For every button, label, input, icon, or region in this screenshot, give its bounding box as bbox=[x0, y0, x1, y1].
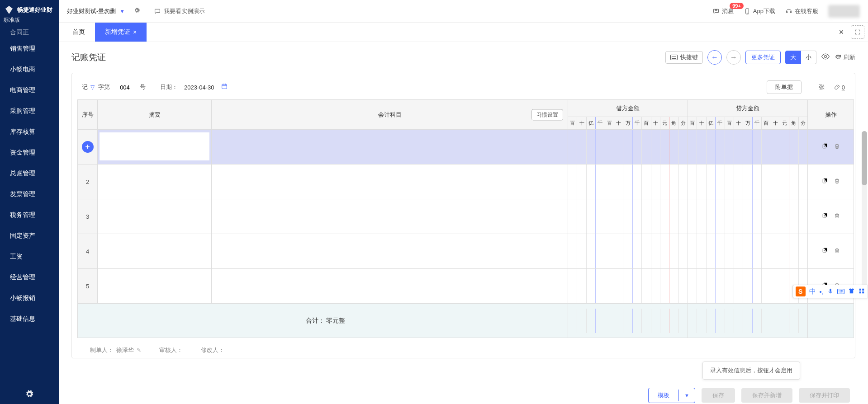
delete-row-icon[interactable] bbox=[834, 178, 840, 186]
credit-cell[interactable] bbox=[688, 234, 808, 269]
refresh-button[interactable]: 刷新 bbox=[835, 53, 855, 61]
delete-row-icon[interactable] bbox=[834, 248, 840, 255]
tab-new-voucher[interactable]: 新增凭证 × bbox=[95, 23, 147, 42]
nav-item-funds[interactable]: 资金管理 bbox=[0, 142, 59, 163]
size-large-button[interactable]: 大 bbox=[785, 51, 801, 64]
org-settings-icon[interactable] bbox=[133, 7, 140, 15]
habit-settings-button[interactable]: 习惯设置 bbox=[531, 109, 563, 120]
nav-item-partial[interactable]: 合同正 bbox=[0, 27, 59, 38]
debit-cell[interactable] bbox=[568, 199, 688, 234]
next-voucher-button[interactable]: → bbox=[726, 50, 741, 65]
nav-item-xiaochang-ec[interactable]: 小畅电商 bbox=[0, 59, 59, 80]
nav-item-purchase[interactable]: 采购管理 bbox=[0, 101, 59, 122]
ime-toolbar[interactable]: S 中 •, bbox=[792, 285, 868, 298]
nav-item-gl[interactable]: 总账管理 bbox=[0, 163, 59, 184]
summary-cell[interactable] bbox=[98, 234, 212, 269]
account-cell[interactable] bbox=[212, 269, 568, 304]
account-cell[interactable] bbox=[212, 199, 568, 234]
credit-cell[interactable] bbox=[688, 164, 808, 199]
add-row-button[interactable]: + bbox=[82, 141, 94, 153]
table-row[interactable]: 2 bbox=[78, 164, 854, 199]
copy-row-icon[interactable] bbox=[821, 143, 828, 151]
debit-cell[interactable] bbox=[568, 269, 688, 304]
account-cell[interactable] bbox=[212, 234, 568, 269]
app-download-button[interactable]: App下载 bbox=[744, 7, 775, 15]
fullscreen-button[interactable] bbox=[851, 25, 864, 39]
nav-item-salary[interactable]: 工资 bbox=[0, 246, 59, 267]
table-row[interactable]: 4 bbox=[78, 234, 854, 269]
voucher-type-select[interactable]: 记 ▽ bbox=[82, 83, 95, 91]
nav-item-operation[interactable]: 经营管理 bbox=[0, 267, 59, 288]
account-cell[interactable] bbox=[212, 164, 568, 199]
total-label: 合计： bbox=[306, 317, 325, 324]
date-value[interactable]: 2023-04-30 bbox=[184, 84, 214, 91]
nav-item-ecommerce[interactable]: 电商管理 bbox=[0, 80, 59, 101]
chevron-down-icon[interactable]: ▼ bbox=[678, 390, 695, 401]
sidebar-settings-button[interactable] bbox=[0, 386, 59, 404]
org-select[interactable]: 好业财测试-量勿删 ▼ bbox=[67, 7, 125, 15]
nav-item-invoice[interactable]: 发票管理 bbox=[0, 184, 59, 205]
attach-button[interactable]: 附单据 bbox=[767, 80, 802, 94]
seq-cell: 2 bbox=[78, 164, 98, 199]
bottom-bar: 模板 ▼ 保存 保存并新增 保存并打印 bbox=[630, 388, 868, 403]
calendar-icon[interactable] bbox=[221, 83, 228, 92]
summary-cell[interactable] bbox=[98, 130, 212, 164]
view-toggle-button[interactable] bbox=[821, 52, 830, 63]
summary-cell[interactable] bbox=[98, 164, 212, 199]
ime-s-icon[interactable]: S bbox=[796, 287, 806, 296]
ime-punct-icon[interactable]: •, bbox=[820, 288, 824, 296]
copy-row-icon[interactable] bbox=[821, 213, 828, 221]
tab-home[interactable]: 首页 bbox=[62, 23, 95, 42]
ime-grid-icon[interactable] bbox=[859, 288, 865, 296]
scrollbar[interactable] bbox=[862, 131, 867, 294]
digit-label: 百 bbox=[688, 117, 697, 129]
close-icon[interactable]: × bbox=[133, 28, 137, 36]
svg-point-1 bbox=[747, 13, 747, 13]
table-row[interactable]: + bbox=[78, 130, 854, 164]
nav-item-inventory[interactable]: 库存核算 bbox=[0, 122, 59, 142]
scrollbar-thumb[interactable] bbox=[862, 131, 867, 185]
summary-cell[interactable] bbox=[98, 269, 212, 304]
service-button[interactable]: 在线客服 bbox=[785, 7, 818, 15]
copy-row-icon[interactable] bbox=[821, 248, 828, 255]
account-cell[interactable] bbox=[212, 130, 568, 164]
digit-label: 亿 bbox=[707, 117, 716, 129]
debit-cell[interactable] bbox=[568, 164, 688, 199]
attachment-count[interactable]: 0 bbox=[835, 84, 845, 91]
nav-item-reimburse[interactable]: 小畅报销 bbox=[0, 288, 59, 309]
summary-cell[interactable] bbox=[98, 199, 212, 234]
ime-mic-icon[interactable] bbox=[827, 288, 834, 296]
nav-item-tax[interactable]: 税务管理 bbox=[0, 205, 59, 225]
delete-row-icon[interactable] bbox=[834, 143, 840, 151]
nav-item-basic[interactable]: 基础信息 bbox=[0, 309, 59, 329]
message-button[interactable]: 消息 99+ bbox=[712, 7, 734, 15]
ime-keyboard-icon[interactable] bbox=[837, 288, 844, 296]
credit-cell[interactable] bbox=[688, 199, 808, 234]
size-small-button[interactable]: 小 bbox=[801, 51, 816, 64]
credit-cell[interactable] bbox=[688, 130, 808, 164]
debit-cell[interactable] bbox=[568, 130, 688, 164]
table-row[interactable]: 3 bbox=[78, 199, 854, 234]
prev-voucher-button[interactable]: ← bbox=[707, 50, 722, 65]
credit-cell[interactable] bbox=[688, 269, 808, 304]
user-avatar[interactable] bbox=[828, 5, 860, 18]
summary-input[interactable] bbox=[100, 132, 209, 160]
voucher-type: 记 bbox=[82, 83, 88, 91]
nav-item-sales[interactable]: 销售管理 bbox=[0, 38, 59, 59]
delete-row-icon[interactable] bbox=[834, 213, 840, 221]
template-button[interactable]: 模板 ▼ bbox=[648, 388, 695, 403]
arrow-left-icon: ← bbox=[711, 53, 718, 61]
ime-zhong[interactable]: 中 bbox=[809, 287, 816, 296]
voucher-number-input[interactable] bbox=[114, 83, 136, 92]
close-all-tabs-button[interactable]: × bbox=[835, 25, 848, 39]
nav-item-fixed-asset[interactable]: 固定资产 bbox=[0, 225, 59, 246]
more-voucher-button[interactable]: 更多凭证 bbox=[745, 51, 781, 64]
table-row[interactable]: 5 bbox=[78, 269, 854, 304]
debit-cell[interactable] bbox=[568, 234, 688, 269]
edit-maker-icon[interactable]: ✎ bbox=[137, 347, 141, 353]
shortcut-button[interactable]: 快捷键 bbox=[665, 51, 703, 64]
ime-shirt-icon[interactable] bbox=[848, 287, 855, 296]
copy-row-icon[interactable] bbox=[821, 178, 828, 186]
page-header: 记账凭证 快捷键 ← → 更多凭证 大 小 刷新 bbox=[59, 42, 868, 73]
demo-link[interactable]: 我要看实例演示 bbox=[154, 7, 205, 15]
